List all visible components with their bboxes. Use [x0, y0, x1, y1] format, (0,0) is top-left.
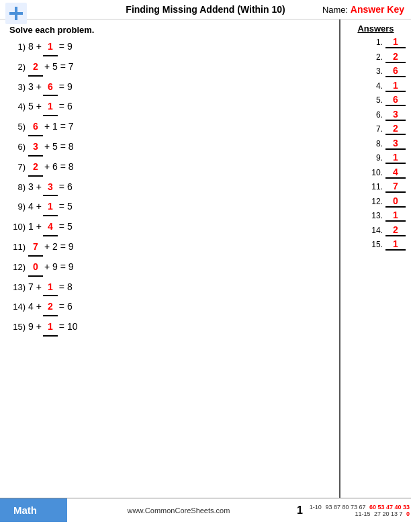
instructions: Solve each problem.	[9, 25, 330, 35]
header: Finding Missing Addend (Within 10) Name:…	[0, 0, 411, 19]
problem-number: 5)	[9, 120, 28, 134]
answer-blank: 3	[28, 139, 43, 157]
problem-expression: 4 + 1 = 5	[28, 199, 73, 216]
answer-value: 7	[385, 181, 406, 193]
stats-values-1-10: 93 87 80 73 67	[324, 504, 367, 511]
answer-number: 12.	[368, 197, 383, 206]
problem-row: 7)2 + 6 = 8	[9, 159, 330, 177]
problem-expression: 8 + 1 = 9	[28, 39, 73, 56]
problem-number: 4)	[9, 99, 28, 114]
name-label: Name:	[322, 5, 348, 15]
problem-row: 6)3 + 5 = 8	[9, 139, 330, 157]
expr-rest: + 5 = 7	[44, 59, 74, 75]
expr-text: 3 +	[28, 179, 42, 195]
problem-row: 1)8 + 1 = 9	[9, 39, 330, 56]
expr-text: 4 +	[28, 299, 42, 315]
answer-value: 1	[385, 80, 406, 92]
answer-value: 2	[385, 51, 406, 63]
answer-blank: 1	[43, 199, 58, 216]
problem-row: 9)4 + 1 = 5	[9, 199, 330, 216]
problem-number: 14)	[9, 300, 28, 314]
problem-row: 11)7 + 2 = 9	[9, 239, 330, 257]
problems-section: Solve each problem. 1)8 + 1 = 92)2 + 5 =…	[0, 19, 340, 498]
answer-key-row: 6.3	[346, 109, 406, 121]
answer-key-row: 12.0	[346, 195, 406, 208]
answer-value: 1	[385, 36, 406, 48]
problem-number: 8)	[9, 180, 28, 195]
problem-row: 13)7 + 1 = 8	[9, 279, 330, 297]
answer-key-row: 5.6	[346, 94, 406, 106]
stats-values-11-15: 27 20 13 7	[372, 511, 404, 517]
header-name-area: Name: Answer Key	[322, 4, 404, 15]
answer-number: 2.	[368, 52, 383, 62]
expr-text: 5 +	[28, 99, 42, 115]
expr-rest: + 1 = 7	[44, 119, 74, 135]
answer-value: 2	[385, 123, 406, 135]
expr-text: 9 +	[28, 319, 42, 335]
expr-text: 1 +	[28, 219, 42, 235]
answer-key-row: 2.2	[346, 51, 406, 63]
problem-number: 3)	[9, 80, 28, 95]
answer-blank: 6	[28, 119, 43, 136]
answer-key-row: 9.1	[346, 152, 406, 164]
answer-key-row: 11.7	[346, 181, 406, 193]
answer-number: 14.	[368, 226, 383, 235]
problem-row: 4)5 + 1 = 6	[9, 99, 330, 116]
expr-text: 3 +	[28, 79, 42, 95]
stats-label-11-15: 11-15	[355, 511, 370, 517]
expr-rest: = 8	[59, 279, 73, 296]
stats-label-1-10: 1-10	[310, 504, 322, 511]
problem-expression: 7 + 2 = 9	[28, 239, 74, 257]
expr-rest: = 6	[59, 179, 73, 195]
problem-expression: 7 + 1 = 8	[28, 279, 73, 297]
answer-key-row: 7.2	[346, 123, 406, 135]
answer-key-row: 8.3	[346, 138, 406, 150]
answer-number: 1.	[368, 38, 383, 47]
answer-blank: 1	[43, 39, 58, 56]
worksheet-title: Finding Missing Addend (Within 10)	[126, 4, 285, 15]
problem-row: 10)1 + 4 = 5	[9, 219, 330, 236]
answer-number: 5.	[368, 95, 383, 105]
math-badge: Math	[0, 498, 67, 522]
problem-expression: 3 + 5 = 8	[28, 139, 74, 157]
problem-row: 3)3 + 6 = 9	[9, 79, 330, 97]
problem-expression: 6 + 1 = 7	[28, 119, 74, 136]
expr-rest: = 10	[59, 319, 78, 335]
problem-number: 12)	[9, 260, 28, 275]
answer-value: 4	[385, 167, 406, 179]
problem-row: 8)3 + 3 = 6	[9, 179, 330, 197]
footer-url: www.CommonCoreSheets.com	[67, 506, 290, 515]
svg-rect-2	[9, 12, 23, 15]
answer-blank: 2	[28, 159, 43, 177]
expr-rest: = 5	[59, 199, 73, 215]
answer-key-row: 13.1	[346, 210, 406, 222]
answer-key-row: 1.1	[346, 36, 406, 48]
footer-page: 1	[290, 504, 310, 517]
expr-rest: = 6	[59, 299, 73, 315]
answer-blank: 2	[28, 59, 43, 77]
expr-rest: + 9 = 9	[44, 259, 74, 275]
expr-text: 7 +	[28, 279, 42, 296]
problem-expression: 5 + 1 = 6	[28, 99, 73, 116]
answer-key-label: Answer Key	[351, 4, 404, 15]
expr-rest: + 6 = 8	[44, 159, 74, 175]
answer-blank: 3	[43, 179, 58, 197]
answer-number: 15.	[368, 240, 383, 249]
footer: Math www.CommonCoreSheets.com 1 1-10 93 …	[0, 498, 411, 522]
expr-rest: + 5 = 8	[44, 139, 74, 155]
answer-key-row: 3.6	[346, 65, 406, 77]
answer-number: 13.	[368, 211, 383, 220]
answer-value: 1	[385, 210, 406, 222]
answer-value: 6	[385, 94, 406, 106]
answer-key-row: 14.2	[346, 224, 406, 236]
problem-row: 14)4 + 2 = 6	[9, 299, 330, 316]
answer-number: 8.	[368, 139, 383, 148]
expr-rest: = 5	[59, 219, 73, 235]
problem-number: 11)	[9, 240, 28, 255]
answer-blank: 4	[43, 219, 58, 236]
problem-number: 2)	[9, 60, 28, 75]
answer-key-row: 15.1	[346, 238, 406, 251]
problem-number: 15)	[9, 320, 28, 335]
problem-row: 12)0 + 9 = 9	[9, 259, 330, 277]
problem-number: 1)	[9, 40, 28, 54]
